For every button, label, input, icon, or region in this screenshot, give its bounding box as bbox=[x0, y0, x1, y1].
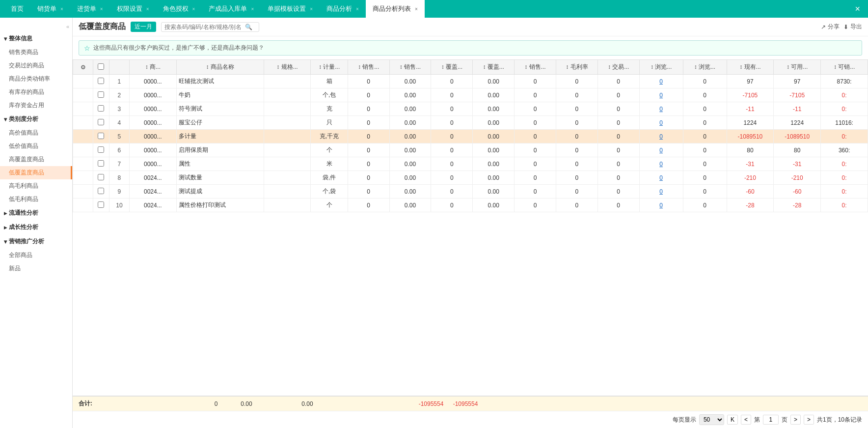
row-checkbox[interactable] bbox=[93, 171, 109, 185]
col-checkbox[interactable] bbox=[93, 60, 109, 75]
sidebar-item-有库存的商品[interactable]: 有库存的商品 bbox=[0, 86, 72, 99]
nav-tab-goods-analysis[interactable]: 商品分析 × bbox=[320, 0, 366, 18]
sidebar-group-整体信息[interactable]: ▾ 整体信息 bbox=[0, 31, 72, 46]
row-checkbox[interactable] bbox=[93, 75, 109, 88]
row-settings[interactable] bbox=[73, 143, 93, 157]
next-page-button[interactable]: > bbox=[790, 415, 801, 425]
col-sales-count[interactable]: ↕ 销售... bbox=[515, 60, 556, 75]
col-gross-rate[interactable]: ↕ 毛利率 bbox=[556, 60, 597, 75]
col-name[interactable]: ↕ 商品名称 bbox=[176, 60, 264, 75]
sidebar-item-高毛利商品[interactable]: 高毛利商品 bbox=[0, 179, 72, 193]
row-checkbox[interactable] bbox=[93, 199, 109, 212]
row-browse1[interactable]: 0 bbox=[639, 102, 683, 116]
row-select-checkbox[interactable] bbox=[98, 146, 104, 153]
col-cover-qty[interactable]: ↕ 覆盖... bbox=[431, 60, 473, 75]
table-scroll-area[interactable]: ⚙ ↕ 商... ↕ 商品名称 ↕ 规格... ↕ 计量... ↕ 销售... … bbox=[73, 59, 868, 396]
row-browse1[interactable]: 0 bbox=[639, 116, 683, 130]
sidebar-item-高覆盖度商品[interactable]: 高覆盖度商品 bbox=[0, 153, 72, 166]
row-select-checkbox[interactable] bbox=[98, 78, 104, 84]
sidebar-item-低价值商品[interactable]: 低价值商品 bbox=[0, 140, 72, 153]
nav-tab-sales[interactable]: 销货单 × bbox=[30, 0, 70, 18]
sidebar-item-库存资金占用[interactable]: 库存资金占用 bbox=[0, 99, 72, 112]
col-browse2[interactable]: ↕ 浏览... bbox=[683, 60, 727, 75]
col-sales-amt[interactable]: ↕ 销售... bbox=[389, 60, 431, 75]
row-select-checkbox[interactable] bbox=[98, 119, 104, 125]
row-browse1[interactable]: 0 bbox=[639, 171, 683, 185]
row-browse1[interactable]: 0 bbox=[639, 130, 683, 143]
share-button[interactable]: ↗ 分享 bbox=[821, 23, 840, 31]
row-settings[interactable] bbox=[73, 185, 93, 199]
col-code[interactable]: ↕ 商... bbox=[129, 60, 176, 75]
row-name[interactable]: 属性价格打印测试 bbox=[176, 199, 264, 212]
nav-tab-production[interactable]: 产成品入库单 × bbox=[202, 0, 261, 18]
row-browse1[interactable]: 0 bbox=[639, 88, 683, 102]
col-sellable[interactable]: ↕ 可销... bbox=[821, 60, 868, 75]
col-cover-amt[interactable]: ↕ 覆盖... bbox=[473, 60, 515, 75]
row-settings[interactable] bbox=[73, 88, 93, 102]
sidebar-group-成长性分析[interactable]: ▸ 成长性分析 bbox=[0, 220, 72, 234]
search-icon[interactable]: 🔍 bbox=[245, 24, 252, 30]
sidebar-group-流通性分析[interactable]: ▸ 流通性分析 bbox=[0, 206, 72, 220]
sidebar-item-全部商品[interactable]: 全部商品 bbox=[0, 249, 72, 262]
select-all-checkbox[interactable] bbox=[98, 63, 104, 70]
close-icon[interactable]: × bbox=[192, 6, 195, 12]
row-checkbox[interactable] bbox=[93, 157, 109, 171]
sidebar-item-高价值商品[interactable]: 高价值商品 bbox=[0, 126, 72, 140]
sidebar-collapse-btn[interactable]: « bbox=[0, 22, 72, 31]
page-input[interactable] bbox=[763, 415, 779, 425]
row-name[interactable]: 测试提成 bbox=[176, 185, 264, 199]
col-browse1[interactable]: ↕ 浏览... bbox=[639, 60, 683, 75]
prev-page-button[interactable]: < bbox=[741, 415, 751, 425]
row-settings[interactable] bbox=[73, 199, 93, 212]
row-select-checkbox[interactable] bbox=[98, 160, 104, 167]
row-select-checkbox[interactable] bbox=[98, 188, 104, 194]
row-settings[interactable] bbox=[73, 130, 93, 143]
close-icon[interactable]: × bbox=[100, 6, 103, 12]
close-icon[interactable]: × bbox=[415, 6, 418, 12]
close-icon[interactable]: × bbox=[356, 6, 359, 12]
row-settings[interactable] bbox=[73, 171, 93, 185]
col-available[interactable]: ↕ 可用... bbox=[774, 60, 821, 75]
row-checkbox[interactable] bbox=[93, 143, 109, 157]
row-name[interactable]: 多计量 bbox=[176, 130, 264, 143]
nav-tab-template[interactable]: 单据模板设置 × bbox=[261, 0, 320, 18]
export-button[interactable]: ⬇ 导出 bbox=[843, 23, 862, 31]
row-checkbox[interactable] bbox=[93, 116, 109, 130]
close-icon[interactable]: × bbox=[310, 6, 313, 12]
col-sales-qty[interactable]: ↕ 销售... bbox=[348, 60, 389, 75]
row-checkbox[interactable] bbox=[93, 102, 109, 116]
nav-tab-home[interactable]: 首页 bbox=[4, 0, 30, 18]
search-input[interactable] bbox=[164, 24, 243, 30]
row-name[interactable]: 测试数量 bbox=[176, 171, 264, 185]
row-name[interactable]: 旺辅批次测试 bbox=[176, 75, 264, 88]
sidebar-group-营销推广分析[interactable]: ▾ 营销推广分析 bbox=[0, 234, 72, 249]
sidebar-group-类别度分析[interactable]: ▾ 类别度分析 bbox=[0, 112, 72, 126]
row-checkbox[interactable] bbox=[93, 130, 109, 143]
row-checkbox[interactable] bbox=[93, 88, 109, 102]
last-page-button[interactable]: > bbox=[804, 415, 814, 425]
row-name[interactable]: 服宝公仔 bbox=[176, 116, 264, 130]
time-filter-button[interactable]: 近一月 bbox=[131, 22, 156, 32]
col-current-stock[interactable]: ↕ 现有... bbox=[727, 60, 774, 75]
row-name[interactable]: 属性 bbox=[176, 157, 264, 171]
sidebar-item-交易过的商品[interactable]: 交易过的商品 bbox=[0, 59, 72, 72]
close-icon[interactable]: × bbox=[60, 6, 63, 12]
row-select-checkbox[interactable] bbox=[98, 201, 104, 208]
col-spec[interactable]: ↕ 规格... bbox=[264, 60, 311, 75]
per-page-select[interactable]: 20 50 100 bbox=[699, 414, 724, 425]
row-browse1[interactable]: 0 bbox=[639, 143, 683, 157]
row-settings[interactable] bbox=[73, 102, 93, 116]
sidebar-item-商品分类动销率[interactable]: 商品分类动销率 bbox=[0, 72, 72, 86]
col-unit[interactable]: ↕ 计量... bbox=[311, 60, 348, 75]
close-icon[interactable]: × bbox=[251, 6, 254, 12]
row-browse1[interactable]: 0 bbox=[639, 75, 683, 88]
row-browse1[interactable]: 0 bbox=[639, 199, 683, 212]
col-trans-count[interactable]: ↕ 交易... bbox=[597, 60, 639, 75]
nav-tab-purchase[interactable]: 进货单 × bbox=[70, 0, 110, 18]
row-select-checkbox[interactable] bbox=[98, 105, 104, 112]
sidebar-item-低毛利商品[interactable]: 低毛利商品 bbox=[0, 193, 72, 206]
row-settings[interactable] bbox=[73, 157, 93, 171]
row-select-checkbox[interactable] bbox=[98, 133, 104, 139]
close-icon[interactable]: × bbox=[146, 6, 149, 12]
sidebar-item-低覆盖度商品[interactable]: 低覆盖度商品 bbox=[0, 166, 72, 179]
